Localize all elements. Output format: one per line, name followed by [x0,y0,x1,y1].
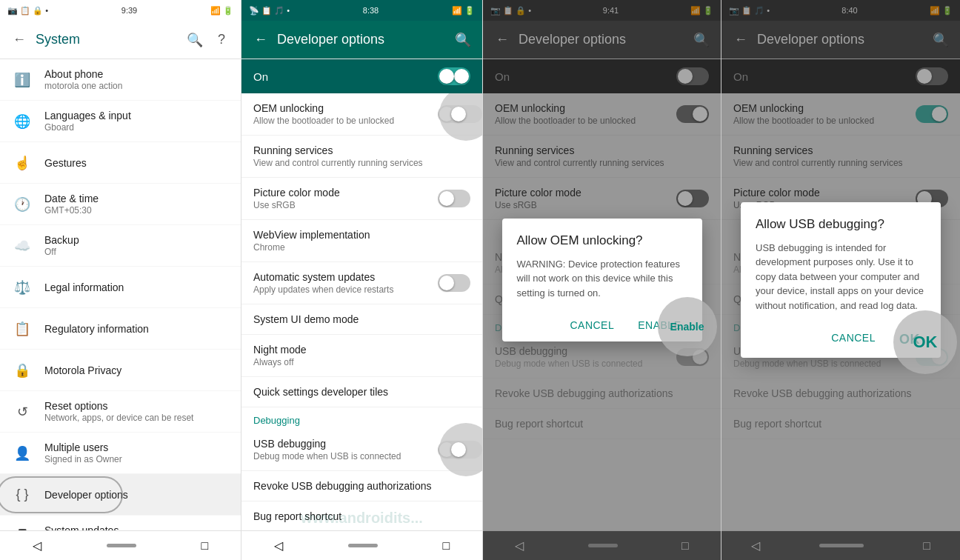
oem-title-2: OEM unlocking [253,102,394,114]
dev-settings-list-2: OEM unlocking Allow the bootloader to be… [241,93,482,560]
usb-dialog-body: USB debugging is intended for developmen… [756,241,926,313]
auto-updates-toggle-2[interactable] [438,274,470,292]
dev-oem-unlocking-2[interactable]: OEM unlocking Allow the bootloader to be… [241,93,482,136]
status-icons-right-1: 📶 🔋 [210,6,233,16]
toolbar-system: ← System 🔍 ? [0,21,241,59]
oem-sub-2: Allow the bootloader to be unlocked [253,116,394,126]
languages-sub: Gboard [44,122,229,133]
status-bar-1: 📷 📋 🔒 • 9:39 📶 🔋 [0,0,241,21]
ok-circle: OK [893,310,957,374]
about-phone-sub: motorola one action [44,81,229,91]
clock-icon: 🕐 [12,194,33,215]
enable-circle-text: Enable [670,321,704,333]
webview-sub-2: Chrome [253,242,470,253]
quick-tiles-title-2: Quick settings developer tiles [253,386,470,398]
dev-revoke-usb-2[interactable]: Revoke USB debugging authorizations [241,471,482,501]
running-title-2: Running services [253,144,470,156]
ok-circle-text: OK [913,333,938,352]
setting-about-phone[interactable]: ℹ️ About phone motorola one action [0,59,241,101]
webview-title-2: WebView implementation [253,229,470,241]
privacy-icon: 🔒 [12,360,33,381]
developer-title: Developer options [44,489,229,501]
dev-auto-updates-2[interactable]: Automatic system updates Apply updates w… [241,262,482,304]
recents-nav-2[interactable]: □ [442,539,450,553]
setting-legal[interactable]: ⚖️ Legal information [0,267,241,308]
dev-quick-tiles-2[interactable]: Quick settings developer tiles [241,377,482,407]
bug-title-2: Bug report shortcut [253,510,470,522]
dev-picture-color-2[interactable]: Picture color mode Use sRGB [241,178,482,220]
oem-circle-overlay [439,93,482,141]
setting-gestures[interactable]: ☝️ Gestures [0,142,241,184]
datetime-sub: GMT+05:30 [44,205,229,216]
status-time-2: 8:38 [363,6,379,15]
setting-reset[interactable]: ↺ Reset options Network, apps, or device… [0,391,241,433]
oem-dialog-body: WARNING: Device protection features will… [517,257,687,301]
setting-system-updates[interactable]: 📱 System updates Updated to Android 9 [0,516,241,530]
back-nav-1[interactable]: ◁ [33,539,41,553]
status-icons-right-2: 📶 🔋 [452,6,475,16]
usb-title-2: USB debugging [253,438,401,450]
search-icon-1[interactable]: 🔍 [184,30,205,50]
dev-night-mode-2[interactable]: Night mode Always off [241,335,482,377]
backup-icon: ☁️ [12,236,33,256]
users-sub: Signed in as Owner [44,454,229,464]
recents-nav-1[interactable]: □ [201,539,208,553]
demo-title-2: System UI demo mode [253,313,470,325]
privacy-title: Motorola Privacy [44,364,229,376]
panel-system-settings: 📷 📋 🔒 • 9:39 📶 🔋 ← System 🔍 ? ℹ️ About p… [0,0,241,560]
status-icons-left-2: 📡 📋 🎵 • [249,6,290,16]
toggle-knob [454,69,469,84]
home-nav-1[interactable] [107,544,136,547]
usb-dialog: Allow USB debugging? USB debugging is in… [741,202,941,359]
oem-dialog-title: Allow OEM unlocking? [517,233,687,248]
dev-on-label-2: On [253,70,438,83]
setting-languages[interactable]: 🌐 Languages & input Gboard [0,101,241,142]
dev-webview-2[interactable]: WebView implementation Chrome [241,220,482,262]
setting-datetime[interactable]: 🕐 Date & time GMT+05:30 [0,184,241,225]
enable-circle: Enable [658,297,717,356]
dev-demo-mode-2[interactable]: System UI demo mode [241,304,482,335]
search-icon-2[interactable]: 🔍 [453,30,473,50]
panel-developer-options: 📡 📋 🎵 • 8:38 📶 🔋 ← Developer options 🔍 O… [241,0,483,560]
back-nav-2[interactable]: ◁ [274,539,283,553]
setting-users[interactable]: 👤 Multiple users Signed in as Owner [0,433,241,474]
panel-developer-usb-dialog: 📷 📋 🎵 • 8:40 📶 🔋 ← Developer options 🔍 O… [721,0,960,560]
oem-toggle-inner [450,105,482,123]
status-time-1: 9:39 [121,6,137,15]
info-icon: ℹ️ [12,70,33,90]
setting-privacy[interactable]: 🔒 Motorola Privacy [0,350,241,391]
back-icon-1[interactable]: ← [9,30,30,50]
updates-title: System updates [44,524,229,530]
debugging-label-2: Debugging [241,407,482,429]
language-icon: 🌐 [12,111,33,132]
setting-developer[interactable]: { } Developer options [0,474,241,516]
regulatory-icon: 📋 [12,319,33,339]
bottom-nav-2: ◁ □ [241,530,482,560]
dev-master-toggle-2[interactable] [438,67,470,85]
gestures-icon: ☝️ [12,153,33,173]
picture-sub-2: Use sRGB [253,200,340,210]
about-phone-title: About phone [44,68,229,80]
running-sub-2: View and control currently running servi… [253,158,470,168]
usb-sub-2: Debug mode when USB is connected [253,451,401,461]
home-nav-2[interactable] [348,544,378,547]
setting-regulatory[interactable]: 📋 Regulatory information [0,308,241,350]
usb-dialog-overlay: Allow USB debugging? USB debugging is in… [721,0,960,560]
dev-on-bar-2: On [241,59,482,93]
back-icon-2[interactable]: ← [250,30,271,50]
picture-toggle-2[interactable] [438,190,470,207]
toolbar-title-system: System [36,32,179,47]
reset-icon: ↺ [12,401,33,422]
oem-cancel-btn[interactable]: Cancel [564,315,620,336]
dev-usb-debugging-2[interactable]: USB debugging Debug mode when USB is con… [241,429,482,471]
dev-bug-report-2[interactable]: Bug report shortcut [241,501,482,532]
picture-title-2: Picture color mode [253,187,340,199]
help-icon-1[interactable]: ? [211,30,232,50]
users-icon: 👤 [12,443,33,464]
dev-running-services-2[interactable]: Running services View and control curren… [241,136,482,178]
usb-toggle-inner [450,441,482,459]
usb-cancel-btn[interactable]: Cancel [825,327,881,352]
backup-title: Backup [44,234,229,246]
setting-backup[interactable]: ☁️ Backup Off [0,225,241,267]
panel-developer-oem-dialog: 📷 📋 🔒 • 9:41 📶 🔋 ← Developer options 🔍 O… [483,0,721,560]
